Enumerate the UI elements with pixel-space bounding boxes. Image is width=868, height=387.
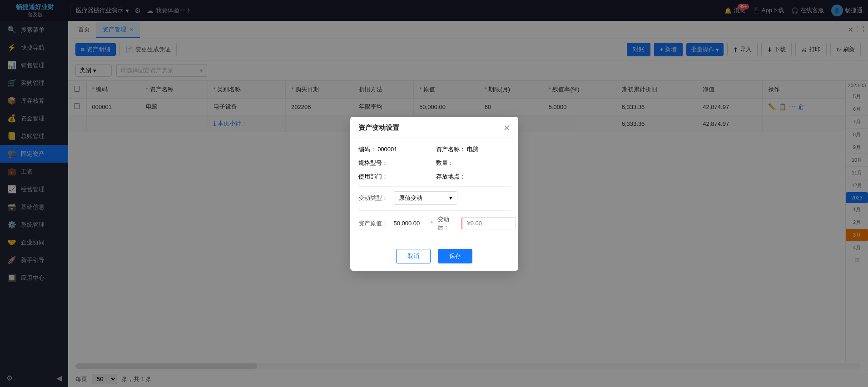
quantity-label: 数量：	[436, 159, 510, 167]
change-type-row: 变动类型： 原值变动 ▾	[358, 191, 510, 205]
modal-overlay: 资产变动设置 ✕ 编码： 000001 资产名称： 电脑	[0, 0, 868, 387]
modal-title: 资产变动设置	[358, 124, 399, 132]
change-type-select[interactable]: 原值变动 ▾	[394, 191, 457, 205]
value-row: 资产原值： 50,000.00 * 变动后：	[358, 215, 510, 232]
modal-divider	[358, 186, 510, 187]
code-value: 000001	[377, 146, 397, 153]
change-type-value: 原值变动	[399, 194, 422, 202]
change-type-label: 变动类型：	[358, 194, 390, 202]
original-value-display: 50,000.00	[394, 220, 420, 227]
modal-close-button[interactable]: ✕	[503, 123, 510, 133]
required-star: *	[431, 220, 433, 227]
location-field: 存放地点：	[436, 173, 510, 181]
name-value: 电脑	[467, 146, 479, 153]
original-value-label: 资产原值：	[358, 219, 390, 228]
code-field: 编码： 000001	[358, 145, 432, 154]
after-change-label: 变动后：	[437, 215, 458, 232]
save-button[interactable]: 保存	[438, 249, 472, 263]
modal-divider-2	[358, 210, 510, 211]
chevron-down-icon: ▾	[449, 194, 452, 201]
modal-info-row-2: 规格型号： 数量：	[358, 159, 510, 167]
code-label-text: 编码：	[358, 146, 376, 153]
quantity-field: 数量：	[436, 159, 510, 167]
modal-info-row-1: 编码： 000001 资产名称： 电脑	[358, 145, 510, 154]
location-label: 存放地点：	[436, 173, 510, 181]
dept-label: 使用部门：	[358, 173, 432, 181]
dept-field: 使用部门：	[358, 173, 432, 181]
modal-footer: 取消 保存	[350, 244, 518, 271]
asset-change-modal: 资产变动设置 ✕ 编码： 000001 资产名称： 电脑	[350, 117, 518, 271]
modal-info-row-3: 使用部门： 存放地点：	[358, 173, 510, 181]
spec-field: 规格型号：	[358, 159, 432, 167]
name-field: 资产名称： 电脑	[436, 145, 510, 154]
after-change-input[interactable]	[461, 217, 516, 229]
name-label: 资产名称： 电脑	[436, 145, 510, 154]
spec-label: 规格型号：	[358, 159, 432, 167]
cancel-button[interactable]: 取消	[396, 249, 431, 263]
name-label-text: 资产名称：	[436, 146, 466, 153]
code-label: 编码： 000001	[358, 145, 432, 154]
modal-header: 资产变动设置 ✕	[350, 117, 518, 138]
modal-body: 编码： 000001 资产名称： 电脑 规格型号： 数量：	[350, 138, 518, 244]
